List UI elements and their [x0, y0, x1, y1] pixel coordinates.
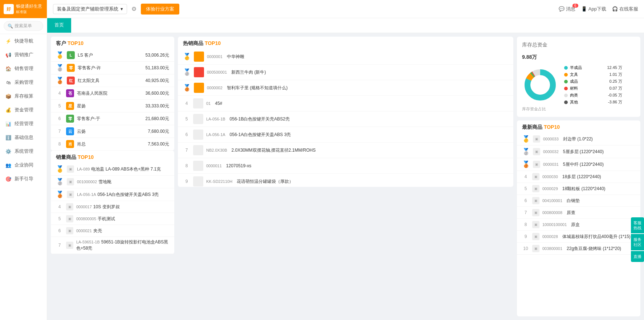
- box-icon: 📦: [5, 93, 12, 99]
- content-inner: 客户 TOP10 🥇 L LS 客户 53,006.26元 🥈 零: [47, 33, 644, 320]
- sold-products-title: 销量商品 TOP10: [51, 151, 174, 163]
- search-area: 🔍 搜索菜单: [0, 18, 47, 34]
- rank-medal-2: 🥈: [56, 64, 64, 72]
- customer-icon: 红: [67, 77, 75, 85]
- sidebar-item-guide[interactable]: 🎯 新手引导: [0, 172, 47, 186]
- product-image: [193, 114, 203, 124]
- money-icon: 💰: [5, 107, 12, 113]
- system-selector[interactable]: 装备及固定资产辅助管理系统 ▾: [53, 4, 127, 14]
- sidebar-item-operations[interactable]: 📊 经营管理: [0, 117, 47, 131]
- list-item: 8 0000011 12070519-xs: [178, 158, 513, 174]
- rank-medal-3: 🥉: [56, 77, 64, 85]
- table-row: 5 星 星扬 33,333.00元: [51, 100, 174, 112]
- list-item: 🥉 0000002 智利车子里 (规格不知道填什么): [178, 80, 513, 96]
- topbar: 装备及固定资产辅助管理系统 ▾ ⚙ 体验行业方案 💬 消息 6 📱 App下载 …: [47, 0, 644, 18]
- customers-top10-title: 客户 TOP10: [51, 37, 174, 49]
- customer-icon: 星: [66, 102, 74, 110]
- sidebar-item-quicknav[interactable]: ⚡ 快捷导航: [0, 34, 47, 48]
- home-icon: ⚡: [5, 38, 12, 44]
- customer-icon: 零: [66, 115, 74, 123]
- product-icon: ▣: [66, 242, 73, 249]
- table-row: 4 ▣ 000001710S 变刹罗叔: [51, 201, 174, 213]
- trial-button[interactable]: 体验行业方案: [141, 4, 179, 15]
- list-item: 10 ▣ 003800001 22g鱼豆腐-烧烤味 (1*12*20): [517, 243, 640, 255]
- mobile-icon: 📱: [581, 6, 587, 12]
- rank-medal: 🥇: [183, 53, 191, 61]
- live-broadcast-button[interactable]: 直播: [631, 251, 644, 262]
- messages-button[interactable]: 💬 消息 6: [559, 6, 575, 12]
- legend-dot: [564, 66, 568, 70]
- main-container: 装备及固定资产辅助管理系统 ▾ ⚙ 体验行业方案 💬 消息 6 📱 App下载 …: [47, 0, 644, 320]
- list-item: 4 ▣ 0000030 18多层 (1220*2440): [517, 171, 640, 183]
- list-item: 9 ▣ 0000028 体城嘉枝味苏打饮品400毫升 (1*15): [517, 231, 640, 243]
- rank-medal: 🥈: [522, 148, 530, 156]
- list-item: 🥇 0000001 中华神雕: [178, 49, 513, 65]
- product-icon: ▣: [532, 221, 539, 228]
- product-icon: ▣: [532, 245, 539, 252]
- list-item: 🥈 ▣ 0000032 5厘多层 (1220*2440): [517, 145, 640, 158]
- legend-dot: [564, 94, 568, 97]
- legend-item-meat: 肉类 -0.05 万: [564, 93, 622, 98]
- sidebar-item-marketing[interactable]: 📢 营销推广: [0, 48, 47, 62]
- legend-dot: [564, 87, 568, 90]
- search-menu-button[interactable]: 🔍 搜索菜单: [4, 21, 43, 31]
- tab-home[interactable]: 首页: [47, 18, 71, 33]
- rank-medal: 🥈: [183, 68, 191, 76]
- table-row: 7 云 云扬 7,680.00元: [51, 125, 174, 138]
- list-item: 5 LA-056-1B 056-1B白色按键开关壳ABS2壳: [178, 111, 513, 127]
- customer-icon: 苍: [66, 89, 74, 97]
- logo-icon: 好: [4, 4, 14, 14]
- info-icon: ℹ️: [5, 134, 12, 141]
- settings-button[interactable]: ⚙: [131, 5, 136, 12]
- sidebar-item-inventory[interactable]: 📦 库存核算: [0, 89, 47, 103]
- list-item: 7 NB2.0X30B 2.0X30MM双摆花轴,摆花直径2.1MM/ROHS: [178, 143, 513, 158]
- sidebar-item-basicinfo[interactable]: ℹ️ 基础信息: [0, 131, 47, 144]
- guide-icon: 🎯: [5, 176, 12, 182]
- table-row: 6 零 零售客户-于 21,680.00元: [51, 112, 174, 125]
- sidebar-item-purchase[interactable]: 🛍 采购管理: [0, 75, 47, 89]
- sidebar: 好 畅捷通好生意 标准版 🔍 搜索菜单 ⚡ 快捷导航 📢 营销推广 🏠 销售管理…: [0, 0, 47, 320]
- inventory-legend: 半成品 12.45 万 文具 1.01 万 成品 0: [564, 65, 622, 105]
- content-area: 客户 TOP10 🥇 L LS 客户 53,006.26元 🥈 零: [47, 33, 644, 320]
- middle-column: 热销商品 TOP10 🥇 0000001 中华神雕 🥈 000500001: [178, 37, 513, 316]
- megaphone-icon: 📢: [5, 52, 12, 58]
- product-image: [193, 130, 203, 140]
- sidebar-item-system[interactable]: ⚙️ 系统管理: [0, 144, 47, 158]
- product-icon: ▣: [66, 203, 73, 210]
- product-icon: ▣: [67, 165, 74, 173]
- customer-service-button[interactable]: 客服 热线: [631, 217, 644, 234]
- group-icon: 👥: [5, 162, 12, 168]
- product-image: [194, 67, 204, 77]
- service-community-button[interactable]: 服务 社区: [631, 234, 644, 250]
- sold-products-top10-panel: 销量商品 TOP10 🥇 ▣ LA-089电池盖 LA-089 ABS本色+黑种…: [51, 151, 174, 254]
- product-image: [193, 145, 203, 155]
- list-item: 9 KK-SD22110H 花语萌恒温分罐罐袋（厚款）: [178, 174, 513, 187]
- product-icon: ▣: [67, 191, 74, 198]
- product-icon: ▣: [533, 135, 540, 143]
- customers-list: 🥇 L LS 客户 53,006.26元 🥈 零 零售客户-许 51,183.0…: [51, 49, 174, 151]
- table-row: 🥉 红 红太阳文具 40,925.00元: [51, 74, 174, 87]
- product-image: [194, 52, 204, 62]
- list-item: 🥇 ▣ 0000033 封边带 (1.0*22): [517, 133, 640, 145]
- legend-dot: [564, 73, 568, 77]
- app-download-button[interactable]: 📱 App下载: [581, 6, 606, 12]
- online-service-button[interactable]: 🎧 在线客服: [612, 6, 638, 12]
- product-icon: ▣: [532, 173, 539, 180]
- chart-icon: 📊: [5, 120, 12, 127]
- topbar-right: 💬 消息 6 📱 App下载 🎧 在线客服: [559, 6, 638, 12]
- product-icon: ▣: [66, 215, 73, 222]
- inventory-panel: 库存总资金 9.88万: [517, 37, 640, 117]
- product-image: [193, 176, 203, 186]
- rank-medal: 🥇: [522, 135, 530, 143]
- sidebar-item-finance[interactable]: 💰 资金管理: [0, 103, 47, 117]
- bag-icon: 🛍: [5, 79, 12, 86]
- table-row: 🥇 ▣ LA-089电池盖 LA-089 ABS本色+黑种 7.1克: [51, 163, 174, 176]
- rank-medal: 🥈: [56, 178, 64, 186]
- new-products-title: 最新商品 TOP10: [517, 120, 640, 133]
- list-item: 6 LA-056-1A 056-1A白色按键开关盖ABS 3壳: [178, 127, 513, 143]
- sidebar-item-sales[interactable]: 🏠 销售管理: [0, 62, 47, 75]
- tab-bar: 首页: [47, 18, 644, 33]
- list-item: 7 ▣ 000800008 原查: [517, 207, 640, 219]
- sidebar-item-enterprise[interactable]: 👥 企业协同: [0, 158, 47, 172]
- hot-products-panel: 热销商品 TOP10 🥇 0000001 中华神雕 🥈 000500001: [178, 37, 513, 187]
